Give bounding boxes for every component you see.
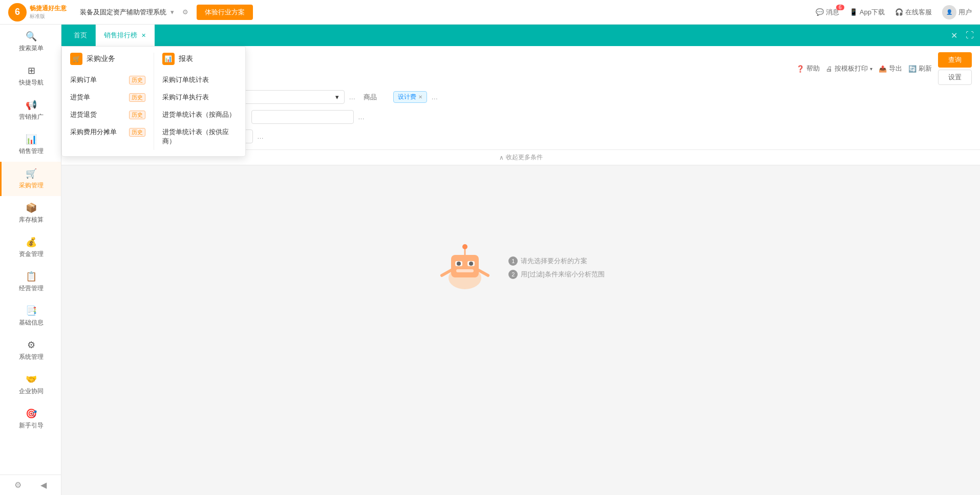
sidebar-item-finance[interactable]: 💰 资金管理 xyxy=(0,230,61,265)
sales-icon: 📊 xyxy=(26,134,37,145)
header-gear-icon[interactable]: ⚙ xyxy=(182,8,188,16)
sidebar-collapse-button[interactable]: ◀ xyxy=(40,480,47,490)
base-info-icon: 📑 xyxy=(26,305,37,316)
settings-button[interactable]: 设置 xyxy=(938,70,972,85)
report-col-header: 📊 报表 xyxy=(162,53,238,65)
tab-home[interactable]: 首页 xyxy=(66,25,96,46)
empty-steps: 1 请先选择要分析的方案 2 用[过滤]条件来缩小分析范围 xyxy=(508,254,604,281)
salesman-select[interactable] xyxy=(251,110,354,124)
goods-tag: 设计费 ✕ xyxy=(393,91,427,103)
grid-icon: ⊞ xyxy=(28,65,35,76)
voucher-status-dots[interactable]: … xyxy=(349,93,355,101)
industry-button[interactable]: 体验行业方案 xyxy=(197,5,253,20)
header-right: 💬 消息 6 📱 App下载 🎧 在线客服 👤 用户 xyxy=(816,5,972,19)
goods-dots[interactable]: … xyxy=(431,93,438,101)
header: 6 畅捷通好生意 标准版 装备及固定资产辅助管理系统 ▾ ⚙ 体验行业方案 💬 … xyxy=(0,0,980,25)
sidebar-item-purchase[interactable]: 🛒 采购管理 xyxy=(0,162,61,196)
tab-bar: 首页 销售排行榜 ✕ ✕ ⛶ xyxy=(61,25,980,46)
sidebar-label: 系统管理 xyxy=(19,353,44,361)
purchase-col-header: 🛒 采购业务 xyxy=(70,53,145,65)
sidebar-item-quick-nav[interactable]: ⊞ 快捷导航 xyxy=(0,59,61,93)
enterprise-icon: 🤝 xyxy=(26,374,37,385)
purchase-icon: 🛒 xyxy=(26,168,37,179)
sidebar-label: 搜索菜单 xyxy=(19,44,44,53)
tab-close-icon[interactable]: ✕ xyxy=(141,32,146,39)
logo-icon: 6 xyxy=(8,3,27,21)
message-icon: 💬 xyxy=(816,8,824,16)
sidebar-label: 资金管理 xyxy=(19,250,44,259)
svg-point-8 xyxy=(462,244,467,249)
search-icon: 🔍 xyxy=(26,31,37,42)
sidebar-label: 营销推广 xyxy=(19,113,44,121)
headset-icon: 🎧 xyxy=(895,8,903,16)
dropdown-item-purchase-expense[interactable]: 采购费用分摊单 历史 xyxy=(70,123,145,141)
user-menu-button[interactable]: 👤 用户 xyxy=(942,5,972,19)
header-center: 装备及固定资产辅助管理系统 ▾ ⚙ 体验行业方案 xyxy=(80,5,816,20)
marketing-icon: 📢 xyxy=(26,99,37,111)
history-badge-purchase-order: 历史 xyxy=(129,76,145,84)
export-button[interactable]: 📤 导出 xyxy=(879,64,902,73)
goods-filter-group: 商品 设计费 ✕ … xyxy=(364,91,438,103)
salesman-dots[interactable]: … xyxy=(358,113,365,121)
sidebar-label: 企业协同 xyxy=(19,387,44,396)
voucher-status-select[interactable]: ▾ xyxy=(242,90,345,104)
step-1-num: 1 xyxy=(508,256,518,266)
sidebar-item-operations[interactable]: 📋 经营管理 xyxy=(0,265,61,299)
purchase-dropdown-menu: 🛒 采购业务 采购订单 历史 进货单 历史 进货退货 历史 采购费用分摊单 历史 xyxy=(61,46,246,157)
history-badge-goods-in: 历史 xyxy=(129,93,145,102)
sidebar-label: 销售管理 xyxy=(19,147,44,156)
refresh-icon: 🔄 xyxy=(908,65,917,73)
logo-text: 畅捷通好生意 标准版 xyxy=(30,4,67,20)
robot-svg xyxy=(437,240,493,296)
phone-icon: 📱 xyxy=(849,8,858,16)
dropdown-item-goods-in-stats-goods[interactable]: 进货单统计表（按商品） xyxy=(162,106,238,123)
dropdown-item-goods-in-stats-supplier[interactable]: 进货单统计表（按供应商） xyxy=(162,123,238,150)
guide-icon: 🎯 xyxy=(26,408,37,419)
avatar: 👤 xyxy=(942,5,956,19)
sidebar-item-marketing[interactable]: 📢 营销推广 xyxy=(0,93,61,127)
sidebar-item-guide[interactable]: 🎯 新手引导 xyxy=(0,402,61,436)
sidebar-item-enterprise[interactable]: 🤝 企业协同 xyxy=(0,368,61,402)
dropdown-item-purchase-order-exec[interactable]: 采购订单执行表 xyxy=(162,89,238,106)
sidebar-item-base-info[interactable]: 📑 基础信息 xyxy=(0,299,61,333)
tab-close-all-icon[interactable]: ✕ xyxy=(949,29,960,42)
dropdown-report-col: 📊 报表 采购订单统计表 采购订单执行表 进货单统计表（按商品） 进货单统计表（… xyxy=(154,53,246,150)
dropdown-item-goods-return[interactable]: 进货退货 历史 xyxy=(70,106,145,123)
dropdown-item-goods-in[interactable]: 进货单 历史 xyxy=(70,89,145,106)
tab-sales-rank[interactable]: 销售排行榜 ✕ xyxy=(96,25,155,46)
sidebar-label: 基础信息 xyxy=(19,318,44,327)
goods-tag-label: 设计费 xyxy=(398,93,416,101)
customer-dots[interactable]: … xyxy=(257,133,264,140)
refresh-button[interactable]: 🔄 刷新 xyxy=(908,64,932,73)
sidebar-item-search[interactable]: 🔍 搜索菜单 xyxy=(0,25,61,59)
svg-point-5 xyxy=(469,262,473,266)
sidebar-label: 经营管理 xyxy=(19,284,44,293)
history-badge-goods-return: 历史 xyxy=(129,111,145,119)
sidebar-item-system[interactable]: ⚙ 系统管理 xyxy=(0,333,61,368)
query-button[interactable]: 查询 xyxy=(938,52,972,68)
message-button[interactable]: 💬 消息 6 xyxy=(816,8,839,17)
export-icon: 📤 xyxy=(879,65,887,73)
tab-home-label: 首页 xyxy=(74,31,87,40)
sidebar-label: 库存核算 xyxy=(19,216,44,224)
goods-tag-close[interactable]: ✕ xyxy=(418,94,422,100)
svg-point-4 xyxy=(457,262,461,266)
dropdown-item-purchase-order-stats[interactable]: 采购订单统计表 xyxy=(162,71,238,89)
app-download-button[interactable]: 📱 App下载 xyxy=(849,8,885,17)
help-button[interactable]: ❓ 帮助 xyxy=(796,64,820,73)
sidebar-item-inventory[interactable]: 📦 库存核算 xyxy=(0,196,61,230)
sidebar-item-sales[interactable]: 📊 销售管理 xyxy=(0,127,61,162)
tab-expand-icon[interactable]: ⛶ xyxy=(964,29,976,42)
print-arrow-icon: ▾ xyxy=(870,66,872,72)
report-col-title: 报表 xyxy=(179,54,193,63)
online-service-button[interactable]: 🎧 在线客服 xyxy=(895,8,932,17)
operations-icon: 📋 xyxy=(26,271,37,282)
step-2-text: 用[过滤]条件来缩小分析范围 xyxy=(521,268,604,281)
sidebar: 🔍 搜索菜单 ⊞ 快捷导航 📢 营销推广 📊 销售管理 🛒 采购管理 📦 库存核… xyxy=(0,25,61,495)
print-button[interactable]: 🖨 按模板打印 ▾ xyxy=(826,64,872,73)
dropdown-item-purchase-order[interactable]: 采购订单 历史 xyxy=(70,71,145,89)
sidebar-settings-button[interactable]: ⚙ xyxy=(14,480,22,490)
purchase-col-title: 采购业务 xyxy=(87,54,115,63)
svg-rect-1 xyxy=(451,255,479,277)
system-arrow-icon[interactable]: ▾ xyxy=(171,8,174,16)
